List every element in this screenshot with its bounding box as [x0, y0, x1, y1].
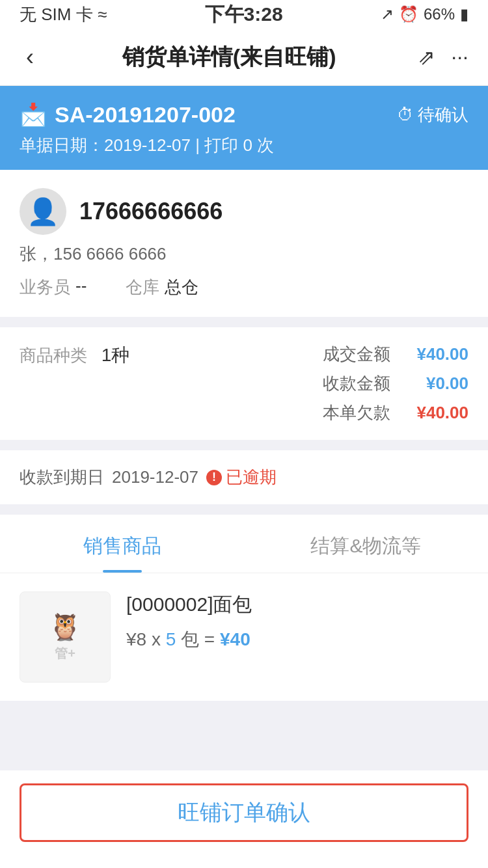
status-time: 下午3:28 [205, 1, 283, 28]
battery-icon: ▮ [460, 5, 468, 23]
price-unit: ¥8 [126, 629, 146, 649]
debt-value: ¥40.00 [403, 403, 468, 423]
warehouse-label: 仓库 [126, 276, 159, 299]
product-logo-icon: 🦉 [49, 612, 81, 642]
order-header: 📩 SA-20191207-002 ⏱ 待确认 单据日期：2019-12-07 … [0, 86, 488, 170]
tab-settlement[interactable]: 结算&物流等 [244, 515, 488, 573]
paid-label: 收款金额 [323, 372, 390, 395]
confirm-order-button[interactable]: 旺铺订单确认 [20, 783, 468, 842]
customer-phone: 17666666666 [79, 198, 223, 225]
battery-status: 66% [424, 5, 455, 23]
due-date: 2019-12-07 [112, 467, 198, 487]
avatar: 👤 [20, 188, 66, 235]
more-icon[interactable]: ··· [451, 45, 468, 69]
nav-bar: ‹ 销货单详情(来自旺铺) ⇗ ··· [0, 29, 488, 86]
customer-meta: 业务员 -- 仓库 总仓 [20, 276, 468, 299]
tab-sales[interactable]: 销售商品 [0, 515, 244, 573]
kind-value: 1种 [102, 345, 130, 365]
summary-section: 商品种类 1种 成交金额 ¥40.00 收款金额 ¥0.00 本单欠款 ¥40.… [0, 327, 488, 440]
price-multiply: x [152, 629, 166, 649]
overdue-badge: ! 已逾期 [206, 466, 277, 489]
sim-status: 无 SIM 卡 ≈ [20, 3, 107, 26]
debt-row: 本单欠款 ¥40.00 [323, 401, 468, 424]
order-id: 📩 SA-20191207-002 [20, 102, 236, 128]
status-right: ↗ ⏰ 66% ▮ [381, 5, 468, 23]
price-equals: = [204, 629, 220, 649]
warehouse-meta: 仓库 总仓 [126, 276, 198, 299]
amount-row: 成交金额 ¥40.00 [323, 343, 468, 366]
back-button[interactable]: ‹ [20, 37, 40, 77]
location-icon: ↗ [381, 5, 394, 23]
debt-label: 本单欠款 [323, 401, 390, 424]
warehouse-value: 总仓 [165, 276, 198, 299]
customer-section: 👤 17666666666 张，156 6666 6666 业务员 -- 仓库 … [0, 170, 488, 317]
share-icon[interactable]: ⇗ [418, 45, 435, 70]
summary-right: 成交金额 ¥40.00 收款金额 ¥0.00 本单欠款 ¥40.00 [323, 343, 468, 424]
tabs: 销售商品 结算&物流等 [0, 515, 488, 573]
status-left: 无 SIM 卡 ≈ [20, 3, 107, 26]
avatar-icon: 👤 [27, 197, 59, 227]
status-bar: 无 SIM 卡 ≈ 下午3:28 ↗ ⏰ 66% ▮ [0, 0, 488, 29]
product-info: [0000002]面包 ¥8 x 5 包 = ¥40 [126, 591, 468, 652]
overdue-text: 已逾期 [226, 466, 277, 489]
product-thumbnail: 🦉 管+ [20, 591, 111, 683]
product-name: [0000002]面包 [126, 591, 468, 618]
page-title: 销货单详情(来自旺铺) [122, 42, 336, 72]
price-total: ¥40 [220, 629, 251, 649]
paid-value: ¥0.00 [403, 373, 468, 394]
due-label: 收款到期日 [20, 466, 104, 489]
sales-value: -- [75, 276, 87, 299]
customer-name: 张，156 6666 6666 [20, 243, 468, 265]
sales-meta: 业务员 -- [20, 276, 87, 299]
overdue-dot-icon: ! [206, 470, 222, 485]
order-date: 单据日期：2019-12-07 | 打印 0 次 [20, 134, 468, 157]
product-price: ¥8 x 5 包 = ¥40 [126, 627, 468, 652]
alarm-icon: ⏰ [399, 5, 418, 23]
price-qty: 5 [166, 629, 176, 649]
amount-label: 成交金额 [323, 343, 390, 366]
bottom-bar: 旺铺订单确认 [0, 770, 488, 868]
order-icon: 📩 [20, 102, 47, 128]
product-section: 🦉 管+ [0000002]面包 ¥8 x 5 包 = ¥40 [0, 573, 488, 701]
kind-label: 商品种类 [20, 346, 87, 365]
clock-icon: ⏱ [397, 105, 414, 125]
amount-value: ¥40.00 [403, 344, 468, 364]
order-status: ⏱ 待确认 [397, 103, 468, 126]
product-logo-text: 管+ [55, 645, 75, 662]
paid-row: 收款金额 ¥0.00 [323, 372, 468, 395]
sales-label: 业务员 [20, 276, 70, 299]
summary-left: 商品种类 1种 [20, 343, 129, 368]
due-section: 收款到期日 2019-12-07 ! 已逾期 [0, 450, 488, 504]
price-unit-label: 包 [181, 629, 199, 649]
nav-actions: ⇗ ··· [418, 45, 468, 70]
